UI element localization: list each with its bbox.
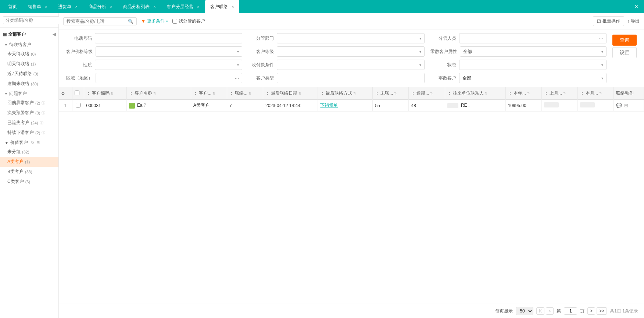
filter-nature-select[interactable]: ▾: [95, 60, 242, 70]
my-customers-checkbox-area[interactable]: 我分管的客户: [172, 18, 205, 24]
sidebar-collapse-icon[interactable]: ◀: [53, 32, 56, 37]
setting-button[interactable]: 设置: [612, 47, 637, 58]
nav-tab-customer-tier[interactable]: 客户分层经营 ×: [162, 0, 204, 13]
select-all-checkbox[interactable]: [75, 91, 79, 95]
nav-tab-customer-contact[interactable]: 客户联络 ×: [205, 0, 239, 13]
close-analysis-tab[interactable]: ×: [110, 4, 112, 9]
filter-actions: ☑ 批量操作 ↑ 导出: [593, 16, 640, 26]
sidebar-search-input[interactable]: [3, 16, 63, 24]
last-month-sort-icon[interactable]: ⇅: [563, 92, 566, 95]
filter-customer-level-label: 客户等级: [248, 49, 274, 55]
close-customer-contact-tab[interactable]: ×: [232, 4, 234, 9]
nav-tab-purchase[interactable]: 进货单 ×: [53, 0, 82, 13]
my-customers-checkbox[interactable]: [172, 19, 177, 24]
export-button[interactable]: ↑ 导出: [627, 18, 640, 24]
filter-price-level-select[interactable]: ▾: [96, 46, 242, 57]
filter-price-level-label: 客户价格等级: [66, 49, 93, 55]
filter-search-box[interactable]: 🔍: [63, 17, 137, 25]
info-icon-churned: ⓘ: [40, 120, 43, 126]
sidebar-item-overdue[interactable]: 逾期未联络 (30): [0, 79, 58, 89]
filter-payment-select[interactable]: ▾: [277, 60, 424, 70]
sidebar-all-customers[interactable]: ▣ 全部客户 ◀: [0, 29, 58, 40]
nature-arrow-icon: ▾: [237, 63, 239, 67]
category-sort-icon[interactable]: ⇅: [212, 92, 215, 95]
sidebar-group-problem[interactable]: ▼ 问题客户: [0, 89, 58, 98]
row-overdue: 48: [409, 100, 445, 112]
close-sales-tab[interactable]: ×: [45, 4, 47, 9]
unit-contact-sort-icon[interactable]: ⇅: [485, 92, 488, 95]
page-number-input[interactable]: [564, 307, 577, 315]
sidebar-item-unclassified[interactable]: 未分组 (32): [0, 147, 58, 157]
first-page-button[interactable]: K: [536, 307, 544, 315]
filter-search-input[interactable]: [67, 19, 126, 24]
th-overdue: ： 逾期... ⇅: [409, 87, 445, 100]
chat-action-icon[interactable]: 💬: [616, 103, 622, 108]
close-all-tabs[interactable]: ×: [632, 3, 641, 10]
sidebar-group-value[interactable]: ▼ 价值客户 ↻ ⊞: [0, 138, 58, 147]
row-no-contact: 55: [373, 100, 409, 112]
sidebar-item-c-class[interactable]: C类客户 (6): [0, 177, 58, 187]
close-customer-tier-tab[interactable]: ×: [197, 4, 199, 9]
th-unit-contact: ： 往来单位联系人 ⇅: [445, 87, 505, 100]
overdue-sort-icon[interactable]: ⇅: [430, 92, 433, 95]
no-contact-sort-icon[interactable]: ⇅: [394, 92, 397, 95]
value-settings-icon[interactable]: ⊞: [36, 140, 40, 145]
last-page-button[interactable]: >>: [597, 307, 607, 315]
last-way-sort-icon[interactable]: ⇅: [353, 92, 356, 95]
last-contact-way-link[interactable]: 下销货单: [320, 103, 338, 108]
filter-more-conditions[interactable]: ▼ 更多条件 ▾: [141, 18, 168, 24]
query-button[interactable]: 查询: [612, 35, 637, 46]
batch-op-button[interactable]: ☑ 批量操作: [593, 16, 624, 26]
sidebar-item-tomorrow[interactable]: 明天待联络 (1): [0, 59, 58, 69]
filter-customer-type-select[interactable]: [277, 73, 424, 83]
filter-retail-customer-select[interactable]: 全部▾: [459, 73, 607, 83]
sidebar-item-repurchase-abnormal[interactable]: 回购异常客户 (2) ⓘ: [0, 98, 58, 108]
row-checkbox[interactable]: [72, 100, 84, 112]
filter-retail-attr-select[interactable]: 全部▾: [460, 46, 607, 57]
filter-manager-input[interactable]: ···: [459, 33, 607, 43]
sidebar-item-declining[interactable]: 持续下滑客户 (2) ⓘ: [0, 128, 58, 138]
filter-region-input[interactable]: ···: [96, 73, 242, 83]
nav-tab-analysis[interactable]: 商品分析 ×: [83, 0, 117, 13]
close-analysis-list-tab[interactable]: ×: [153, 4, 155, 9]
filter-customer-level-select[interactable]: ▾: [277, 46, 424, 57]
next-page-button[interactable]: >: [587, 307, 595, 315]
nav-tab-analysis-list[interactable]: 商品分析列表 ×: [118, 0, 161, 13]
nav-tab-home[interactable]: 首页: [3, 0, 22, 13]
filter-search-icon[interactable]: 🔍: [128, 19, 133, 24]
close-purchase-tab[interactable]: ×: [75, 4, 77, 9]
prev-page-button[interactable]: <: [546, 307, 554, 315]
pending-tri-icon: ▼: [4, 43, 8, 47]
advanced-filter: 电话号码 分管部门 ▾ 分管人员 ···: [59, 29, 644, 87]
page-size-select[interactable]: 50: [516, 307, 533, 315]
this-month-sort-icon[interactable]: ⇅: [599, 92, 602, 95]
batch-checkbox-icon: ☑: [597, 19, 601, 24]
sidebar-item-a-class[interactable]: A类客户 (1): [0, 157, 58, 167]
this-year-sort-icon[interactable]: ⇅: [527, 92, 530, 95]
code-sort-icon[interactable]: ⇅: [111, 92, 114, 95]
sidebar-item-b-class[interactable]: B类客户 (33): [0, 167, 58, 177]
last-date-sort-icon[interactable]: ⇅: [298, 92, 301, 95]
sidebar-item-churn-warning[interactable]: 流失预警客户 (3) ⓘ: [0, 108, 58, 118]
sidebar-item-today[interactable]: 今天待联络 (0): [0, 49, 58, 59]
value-refresh-icon[interactable]: ↻: [31, 140, 34, 145]
th-settings[interactable]: ⚙: [59, 87, 72, 100]
filter-dept-select[interactable]: ▾: [277, 33, 424, 43]
sidebar-item-7days[interactable]: 近7天待联络 (0): [0, 69, 58, 79]
settings-gear-icon[interactable]: ⚙: [61, 91, 65, 96]
nav-tab-sales[interactable]: 销售单 ×: [23, 0, 52, 13]
info-icon-repurchase: ⓘ: [42, 100, 45, 106]
sidebar-item-churned[interactable]: 已流失客户 (24) ⓘ: [0, 118, 58, 128]
filter-status-select[interactable]: ▾: [459, 60, 607, 70]
th-actions: 联络动作: [613, 87, 644, 100]
name-sort-icon[interactable]: ⇅: [153, 92, 156, 95]
row-select-checkbox[interactable]: [76, 103, 80, 107]
filter-phone-input[interactable]: [95, 33, 242, 43]
row-last-contact-way[interactable]: 下销货单: [318, 100, 373, 112]
sidebar-group-pending[interactable]: ▼ 待联络客户: [0, 40, 58, 49]
price-level-arrow-icon: ▾: [237, 50, 239, 54]
contacts-sort-icon[interactable]: ⇅: [248, 92, 251, 95]
grid-action-icon[interactable]: ⊞: [624, 103, 628, 108]
filter-more-arrow-icon: ▾: [166, 20, 168, 23]
th-checkbox[interactable]: [72, 87, 84, 100]
